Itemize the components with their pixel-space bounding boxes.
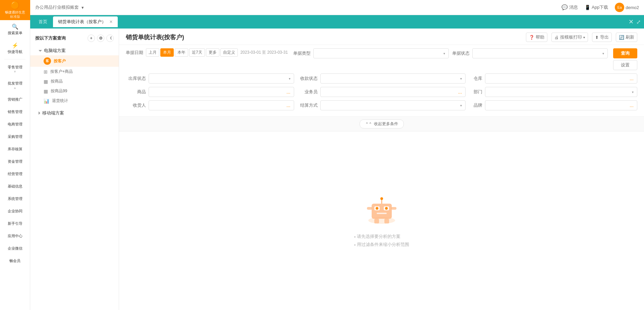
print-icon: 🖨 — [554, 35, 559, 40]
goods-label: 商品 — [126, 89, 146, 95]
plan-group-pc-header[interactable]: 电脑端方案 — [30, 46, 119, 55]
brand-dots[interactable]: ... — [630, 103, 634, 108]
settings-button[interactable]: 设置 — [613, 60, 637, 70]
settings-plan-btn[interactable]: ⚙ — [97, 35, 104, 42]
settlement-select[interactable]: ▾ — [320, 100, 466, 110]
settlement-chevron: ▾ — [460, 104, 462, 107]
plan-item-by-customer[interactable]: 客 按客户 — [30, 55, 119, 67]
plan-item-by-goods-99[interactable]: ▦ 按商品99 — [30, 86, 119, 96]
receipt-status-select[interactable]: ▾ — [320, 73, 466, 84]
department-select[interactable]: ▾ — [485, 87, 637, 97]
top-header: 办公用品行业模拟账套 ▾ 💬 消息 📱 App下载 Ea demo2 — [30, 0, 644, 15]
add-plan-btn[interactable]: + — [88, 35, 95, 42]
filter-goods: 商品 ... — [126, 87, 294, 97]
sidebar-item-inventory[interactable]: 库存核算 — [0, 143, 30, 155]
plan-item-by-customer-goods[interactable]: ⊞ 按客户+商品 — [30, 67, 119, 76]
warehouse-select[interactable]: ... — [485, 73, 637, 84]
department-label: 部门 — [469, 89, 482, 95]
warehouse-dots[interactable]: ... — [630, 76, 634, 81]
sidebar-item-basic-info[interactable]: 基础信息 — [0, 180, 30, 192]
date-btn-custom[interactable]: 自定义 — [220, 48, 238, 57]
template-print-btn[interactable]: 🖨 按模板打印 ▾ — [551, 33, 588, 42]
date-btn-more[interactable]: 更多 — [206, 48, 219, 57]
help-btn[interactable]: ❓ 帮助 — [526, 33, 547, 42]
goods-input[interactable]: ... — [149, 87, 294, 97]
receiver-input[interactable]: ... — [149, 100, 294, 110]
sidebar-item-purchase[interactable]: 采购管理 — [0, 130, 30, 143]
filter-receiver: 收货人 ... — [126, 100, 294, 110]
message-icon: 💬 — [561, 4, 568, 10]
order-status-select[interactable]: ▾ — [472, 48, 608, 58]
sidebar-item-marketing[interactable]: 营销推广 — [0, 93, 30, 105]
plan-icon-by-goods-99: ▦ — [44, 89, 48, 94]
filter-warehouse: 仓库 ... — [469, 73, 637, 84]
date-range: 2023-03-01 至 2023-03-31 — [240, 50, 288, 55]
salesperson-label: 业务员 — [298, 89, 318, 95]
filter-row-1: 单据日期 上月 本月 本年 近7天 更多 自定义 2023-03-01 至 20… — [126, 48, 637, 70]
header-left: 办公用品行业模拟账套 ▾ — [35, 4, 84, 10]
out-status-label: 出库状态 — [126, 75, 146, 82]
content-wrapper: 按以下方案查询 + ⚙ 《 电脑端方案 客 按客户 ⊞ — [30, 29, 644, 310]
date-btn-last-7[interactable]: 近7天 — [189, 48, 205, 57]
receiver-dots[interactable]: ... — [286, 103, 290, 108]
sidebar-label-search: 搜索菜单 — [0, 31, 30, 36]
tab-home[interactable]: 首页 — [34, 16, 52, 27]
sidebar-item-ecommerce[interactable]: 电商管理 — [0, 118, 30, 130]
sidebar-item-newbie[interactable]: 新手引导 — [0, 217, 30, 229]
date-btn-this-month[interactable]: 本月 — [160, 48, 174, 57]
svg-rect-11 — [374, 219, 379, 223]
sidebar-item-sales[interactable]: 销售管理 — [0, 105, 30, 118]
filter-row-2: 出库状态 ▾ 收款状态 ▾ 仓库 — [126, 73, 637, 84]
user-profile[interactable]: Ea demo2 — [615, 3, 639, 12]
header-right: 💬 消息 📱 App下载 Ea demo2 — [561, 3, 639, 12]
sidebar-item-operation[interactable]: 经营管理 — [0, 167, 30, 180]
sidebar-item-finance[interactable]: 资金管理 — [0, 155, 30, 167]
message-btn[interactable]: 💬 消息 — [561, 4, 578, 10]
page-title: 销货单统计表(按客户) — [126, 33, 184, 41]
query-btn-group: 查询 设置 — [613, 48, 637, 70]
help-label: 帮助 — [536, 34, 544, 40]
sidebar-item-search[interactable]: 🔍 搜索菜单 — [0, 20, 30, 39]
collapse-bar[interactable]: ⌃⌃ 收起更多条件 — [119, 116, 644, 132]
page-title-bar: 销货单统计表(按客户) ❓ 帮助 🖨 按模板打印 ▾ ⬆ 导出 — [119, 29, 644, 45]
goods-dots[interactable]: ... — [286, 89, 290, 95]
sidebar-item-wechat[interactable]: 企业微信 — [0, 242, 30, 254]
sidebar-item-wholesale[interactable]: 批发管理 ▲ — [0, 77, 30, 93]
tab-sales-report[interactable]: 销货单统计表（按客户） ✕ — [53, 16, 118, 27]
date-btn-this-year[interactable]: 本年 — [175, 48, 188, 57]
plan-item-by-goods[interactable]: ▦ 按商品 — [30, 76, 119, 86]
salesperson-dots[interactable]: ... — [458, 89, 462, 95]
date-btn-last-month[interactable]: 上月 — [146, 48, 159, 57]
header-dropdown-icon[interactable]: ▾ — [82, 5, 84, 10]
sidebar-item-retail[interactable]: 零售管理 ▼ — [0, 61, 30, 77]
empty-hint-1: 请先选择要分析的方案 — [354, 234, 409, 240]
salesperson-input[interactable]: ... — [320, 87, 466, 97]
sidebar-item-enterprise[interactable]: 企业协同 — [0, 205, 30, 217]
window-maximize-icon[interactable]: ⤢ — [636, 19, 641, 25]
receipt-status-chevron: ▾ — [460, 77, 462, 81]
sidebar-item-system[interactable]: 系统管理 — [0, 192, 30, 205]
pc-group-label: 电脑端方案 — [44, 48, 66, 54]
window-close-icon[interactable]: ✕ — [629, 18, 634, 25]
sidebar-item-vip[interactable]: 畅会员 — [0, 254, 30, 267]
plan-group-mobile-header[interactable]: 移动端方案 — [30, 108, 119, 118]
export-btn[interactable]: ⬆ 导出 — [592, 33, 612, 42]
plan-icon-by-goods: ▦ — [44, 79, 48, 84]
app-download-btn[interactable]: 📱 App下载 — [585, 4, 608, 10]
plan-group-mobile: 移动端方案 — [30, 107, 119, 119]
sidebar-item-quick-nav[interactable]: ⚡ 快捷导航 — [0, 39, 30, 58]
refresh-btn[interactable]: 🔄 刷新 — [616, 33, 637, 42]
collapse-button[interactable]: ⌃⌃ 收起更多条件 — [360, 119, 404, 128]
plan-item-return-stats[interactable]: 📊 退货统计 — [30, 96, 119, 106]
collapse-panel-btn[interactable]: 《 — [106, 35, 114, 42]
order-type-select[interactable]: ▾ — [313, 48, 449, 58]
out-status-select[interactable]: ▾ — [149, 73, 294, 84]
filter-salesperson: 业务员 ... — [298, 87, 466, 97]
tab-close-icon[interactable]: ✕ — [109, 19, 113, 24]
tab-home-label: 首页 — [39, 19, 47, 25]
svg-point-8 — [380, 197, 383, 200]
plan-label-by-customer: 按客户 — [54, 58, 66, 64]
sidebar-item-app-center[interactable]: 应用中心 — [0, 229, 30, 242]
query-button[interactable]: 查询 — [613, 48, 637, 58]
brand-input[interactable]: ... — [485, 100, 637, 110]
